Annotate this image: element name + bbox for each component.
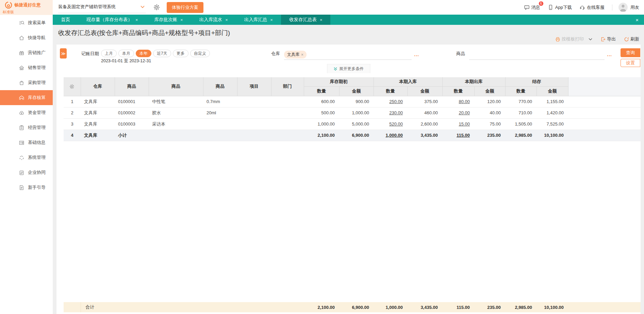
sidebar-item-system[interactable]: 系统管理: [0, 150, 53, 165]
export-button[interactable]: 导出: [600, 36, 616, 42]
gift-icon: [19, 50, 24, 56]
table-row: 3 文具库 0100003 采访本 1,000.00 5,000.00 520.…: [64, 118, 641, 130]
header-in-amt: 金额: [407, 86, 442, 96]
system-circle-icon: [19, 155, 24, 161]
in-qty-link[interactable]: 520.00: [389, 121, 403, 127]
cell-out-qty: 15.00: [442, 118, 474, 130]
cell-name: 中性笔: [149, 96, 203, 107]
product-picker-icon[interactable]: ...: [607, 52, 612, 57]
query-button[interactable]: 查询: [621, 48, 640, 57]
cell-out-amt: 235.00: [474, 130, 505, 141]
tab-close-icon[interactable]: ×: [225, 17, 228, 22]
in-qty-link[interactable]: 250.00: [389, 99, 403, 104]
print-dropdown-icon[interactable]: [589, 38, 592, 40]
cell-in-amt: 3,435.00: [407, 130, 442, 141]
date-filter: 记账日期 上月 本月 本年 近7天 更多 自定义 2023-01-01 至 20…: [81, 50, 212, 64]
money-bag-icon: [19, 110, 24, 116]
tab-inout-summary[interactable]: 出入库汇总×: [236, 15, 281, 25]
collapse-filter-button[interactable]: ≫: [60, 48, 67, 59]
tab-receipt-summary[interactable]: 收发存汇总表×: [281, 15, 331, 25]
date-option-custom[interactable]: 自定义: [190, 50, 210, 57]
date-option-this-year[interactable]: 本年: [136, 50, 151, 57]
out-qty-link[interactable]: 80.00: [459, 99, 470, 104]
tab-close-icon[interactable]: ×: [270, 17, 273, 22]
sidebar-item-purchase[interactable]: 采购管理: [0, 75, 53, 90]
gear-icon[interactable]: [153, 4, 160, 11]
tab-batch-ledger[interactable]: 库存批次账×: [146, 15, 191, 25]
cell-code: 0100002: [115, 107, 149, 118]
cell-row-no: 2: [64, 107, 81, 118]
sidebar-item-collaboration[interactable]: 企业协同: [0, 165, 53, 180]
total-bal-qty: 2,985.00: [505, 302, 536, 312]
sidebar-item-sales[interactable]: 销售管理: [0, 60, 53, 75]
date-option-last-month[interactable]: 上月: [101, 50, 117, 57]
cell-project: [237, 118, 271, 130]
sidebar-item-inventory[interactable]: 库存核算: [0, 90, 53, 105]
expand-more-conditions[interactable]: 展开更多条件: [327, 64, 370, 73]
messages-button[interactable]: 消息 6: [524, 4, 540, 11]
logo-area: 畅捷通好生意 标准版: [0, 0, 53, 15]
tag-remove-icon[interactable]: ×: [301, 52, 303, 57]
in-qty-link[interactable]: 1,000.00: [385, 133, 403, 138]
cell-opening-qty: 1,000.00: [304, 118, 339, 130]
tab-home[interactable]: 首页: [53, 15, 78, 25]
tab-inout-flow[interactable]: 出入库流水×: [191, 15, 236, 25]
date-option-last-7-days[interactable]: 近7天: [153, 50, 171, 57]
app-download-button[interactable]: App下载: [548, 4, 572, 11]
cell-out-qty: 115.00: [442, 130, 474, 141]
tab-close-icon[interactable]: ×: [320, 17, 323, 22]
sidebar-item-label: 企业协同: [28, 169, 46, 176]
sidebar-item-base-info[interactable]: 基础信息: [0, 135, 53, 150]
warehouse-input[interactable]: 文具库× ...: [284, 50, 412, 60]
expand-more-label: 展开更多条件: [339, 66, 364, 72]
sidebar-item-search-menu[interactable]: 搜索菜单: [0, 15, 53, 30]
column-settings-header[interactable]: [64, 77, 81, 96]
cell-opening-qty: 2,100.00: [304, 130, 339, 141]
print-by-template-button[interactable]: 按模板打印: [555, 36, 584, 42]
in-qty-link[interactable]: 230.00: [389, 110, 403, 115]
cell-bal-qty: 710.00: [505, 107, 536, 118]
sidebar-item-operations[interactable]: 经营管理: [0, 120, 53, 135]
out-qty-link[interactable]: 115.00: [457, 133, 470, 138]
cell-row-no: 1: [64, 96, 81, 107]
warehouse-tag[interactable]: 文具库×: [284, 51, 307, 59]
tab-stock-distribution[interactable]: 现存量（库存分布表）×: [78, 15, 146, 25]
cell-out-qty: 20.00: [442, 107, 474, 118]
date-option-more[interactable]: 更多: [173, 50, 188, 57]
out-qty-link[interactable]: 20.00: [459, 110, 470, 115]
product-input[interactable]: ...: [469, 50, 605, 60]
tab-close-icon[interactable]: ×: [135, 17, 138, 22]
sidebar-item-marketing[interactable]: 营销推广: [0, 45, 53, 60]
refresh-icon: [624, 37, 629, 42]
system-select[interactable]: 装备及固定资产辅助管理系统: [58, 2, 146, 13]
cell-in-qty: 230.00: [374, 107, 407, 118]
header-department: 部门: [271, 77, 304, 96]
total-out-amt: 235.00: [474, 302, 505, 312]
settings-button[interactable]: 设置: [621, 59, 640, 67]
online-service-button[interactable]: 在线客服: [579, 4, 605, 11]
sidebar-item-quick-nav[interactable]: 快捷导航: [0, 30, 53, 45]
header-product-spec: 商品: [203, 77, 237, 96]
sidebar-item-funds[interactable]: 资金管理: [0, 105, 53, 120]
app-root: 畅捷通好生意 标准版 搜索菜单 快捷导航 营销推广 销售管理: [0, 0, 644, 314]
trial-industry-button[interactable]: 体验行业方案: [167, 2, 203, 13]
cell-in-qty: 520.00: [374, 118, 407, 130]
tabbar-close-icon[interactable]: ×: [635, 15, 639, 25]
refresh-button[interactable]: 刷新: [624, 36, 639, 42]
export-icon: [600, 37, 606, 42]
tab-label: 出入库流水: [199, 17, 222, 23]
cell-name: 采访本: [149, 118, 203, 130]
out-qty-link[interactable]: 15.00: [459, 121, 470, 127]
username[interactable]: 用友: [630, 4, 639, 11]
tab-close-icon[interactable]: ×: [180, 17, 183, 22]
sidebar-item-newbie-guide[interactable]: 新手引导: [0, 180, 53, 195]
cell-code: 0100001: [115, 96, 149, 107]
sidebar-item-label: 基础信息: [28, 139, 46, 146]
cell-name: 胶水: [149, 107, 203, 118]
avatar[interactable]: [618, 3, 628, 12]
date-option-this-month[interactable]: 本月: [118, 50, 134, 57]
sidebar-item-label: 快捷导航: [28, 35, 46, 41]
double-chevron-down-icon: [333, 67, 337, 71]
warehouse-picker-icon[interactable]: ...: [414, 52, 419, 57]
header-product-code: 商品: [115, 77, 149, 96]
